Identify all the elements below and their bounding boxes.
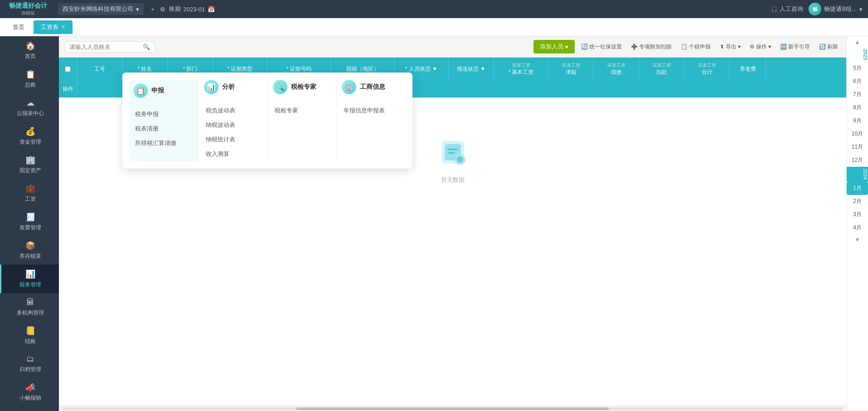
sidebar-item-expense-label: 小畅报销 <box>19 394 41 402</box>
sidebar-item-salary-label: 工资 <box>25 195 36 203</box>
sidebar-item-multi-org-label: 多机构管理 <box>17 309 44 317</box>
special-deduction-button[interactable]: ➕ 专项附加扣除 <box>628 41 674 53</box>
sidebar-item-inventory-label: 库存核算 <box>19 252 41 260</box>
analysis-title: 分析 <box>222 83 235 91</box>
sidebar-item-ledger[interactable]: 📋 总账 <box>0 65 59 93</box>
month-5[interactable]: 5月 <box>847 62 868 75</box>
tab-salary-label: 工资表 <box>41 23 58 31</box>
dropdown-item-tax-burden[interactable]: 税负波动表 <box>204 103 262 118</box>
month-7[interactable]: 7月 <box>847 88 868 101</box>
assets-icon: 🏢 <box>25 155 35 165</box>
right-panel-year-2023: 2023 <box>847 47 868 62</box>
operations-dropdown-icon: ▾ <box>768 44 771 50</box>
app-title: 畅捷通好会计 <box>9 2 47 10</box>
dropdown-item-tax-statistics[interactable]: 纳税统计表 <box>204 132 262 147</box>
app-subtitle: 旗舰版 <box>21 10 35 16</box>
refresh-button[interactable]: 🔃 刷新 <box>816 41 841 53</box>
month-1[interactable]: 1月 <box>847 182 868 195</box>
dropdown-item-tax-expert[interactable]: 税检专家 <box>273 103 330 118</box>
export-button[interactable]: ⬆ 导出 ▾ <box>717 41 743 53</box>
tab-home-label: 首页 <box>13 23 24 31</box>
sidebar-item-invoice-label: 发票管理 <box>19 224 41 232</box>
dropdown-header-declaration: 📋 申报 <box>133 83 194 102</box>
svg-rect-3 <box>448 152 455 154</box>
inventory-icon: 📦 <box>25 241 35 251</box>
dropdown-header-business: 🏢 工商信息 <box>342 80 400 98</box>
sidebar-item-assets[interactable]: 🏢 固定资产 <box>0 150 59 179</box>
search-icon[interactable]: 🔍 <box>143 44 150 50</box>
th-pension: 养老费 <box>730 58 766 81</box>
month-9[interactable]: 9月 <box>847 114 868 127</box>
sidebar-item-archive[interactable]: 🗂 归档管理 <box>0 350 59 378</box>
multi-org-icon: 🏛 <box>26 298 34 307</box>
sidebar-item-inventory[interactable]: 📦 库存核算 <box>0 236 59 265</box>
search-input[interactable] <box>69 44 140 50</box>
tab-salary[interactable]: 工资表 ✕ <box>34 20 73 34</box>
user-dropdown-icon: ▾ <box>859 6 863 13</box>
month-3[interactable]: 3月 <box>847 208 868 221</box>
dropdown-item-income-tax[interactable]: 所得税汇算清缴 <box>133 136 194 150</box>
scrollbar-track[interactable] <box>63 407 843 410</box>
sidebar-item-closing[interactable]: 📒 结账 <box>0 321 59 350</box>
sidebar-item-salary[interactable]: 💼 工资 <box>0 179 59 208</box>
dropdown-item-annual-report[interactable]: 年报信息申报表 <box>342 103 400 118</box>
tax-expert-icon: 🔍 <box>273 80 287 94</box>
expense-icon: 📣 <box>25 382 35 392</box>
export-icon: ⬆ <box>720 44 724 50</box>
social-security-label: 统一社保设置 <box>589 43 622 51</box>
sidebar-item-multi-org[interactable]: 🏛 多机构管理 <box>0 293 59 321</box>
right-panel-down[interactable]: ▼ <box>853 234 863 245</box>
tax-declaration-icon: 📋 <box>681 44 688 50</box>
guide-icon2: 🆕 <box>780 44 787 50</box>
tab-home[interactable]: 首页 <box>5 20 32 34</box>
th-checkbox[interactable] <box>59 58 77 81</box>
dropdown-item-tax-table[interactable]: 税表清册 <box>133 121 194 136</box>
refresh-icon: 🔃 <box>819 44 826 50</box>
sidebar-item-fund[interactable]: 💰 资金管理 <box>0 122 59 150</box>
month-11[interactable]: 11月 <box>847 140 868 154</box>
special-deduction-icon: ➕ <box>631 44 638 50</box>
guide-button[interactable]: 🆕 新手引导 <box>777 41 813 53</box>
sidebar-item-expense[interactable]: 📣 小畅报销 <box>0 378 59 406</box>
add-company-button[interactable]: + <box>151 6 155 13</box>
dropdown-item-income-estimate[interactable]: 收入测算 <box>204 147 262 161</box>
dropdown-item-tax-declaration[interactable]: 税务申报 <box>133 107 194 121</box>
operations-button[interactable]: ⚙ 操作 ▾ <box>747 41 774 53</box>
closing-icon: 📒 <box>25 326 35 336</box>
analysis-icon: 📊 <box>204 80 218 94</box>
social-security-button[interactable]: 🔄 统一社保设置 <box>578 41 625 53</box>
calendar-icon[interactable]: 📅 <box>208 6 215 13</box>
refresh-label: 刷新 <box>827 43 838 51</box>
month-2[interactable]: 2月 <box>847 195 868 208</box>
export-label: 导出 <box>726 43 737 51</box>
company-dropdown-icon: ▾ <box>136 6 139 13</box>
tax-declaration-button[interactable]: 📋 个税申报 <box>678 41 713 53</box>
month-8[interactable]: 8月 <box>847 101 868 114</box>
month-4[interactable]: 4月 <box>847 221 868 234</box>
month-6[interactable]: 6月 <box>847 75 868 88</box>
month-10[interactable]: 10月 <box>847 127 868 140</box>
tax-expert-title: 税检专家 <box>291 83 316 91</box>
sidebar-item-tax[interactable]: 📊 税务管理 <box>0 265 59 293</box>
dropdown-header-analysis: 📊 分析 <box>204 80 262 98</box>
sidebar-item-invoice[interactable]: 🧾 发票管理 <box>0 208 59 236</box>
username: 畅捷通B组... <box>824 5 857 13</box>
user-area[interactable]: 畅 畅捷通B组... ▾ <box>809 3 863 15</box>
sidebar-item-cloud[interactable]: ☁ 云报表中心 <box>0 93 59 122</box>
fund-icon: 💰 <box>25 126 35 136</box>
month-12[interactable]: 12月 <box>847 154 868 167</box>
company-name: 西安虾米网络科技有限公司 <box>63 5 133 13</box>
tab-salary-close[interactable]: ✕ <box>61 24 65 30</box>
dropdown-item-tax-fluctuation[interactable]: 纳税波动表 <box>204 118 262 132</box>
dropdown-col-analysis: 📊 分析 税负波动表 纳税波动表 纳税统计表 收入测算 <box>199 80 267 161</box>
select-all-checkbox[interactable] <box>65 66 71 72</box>
add-dropdown-chevron: ▾ <box>565 44 568 50</box>
settings-button[interactable]: ⚙ <box>160 6 165 13</box>
support-button[interactable]: 🎧 人工咨询 <box>771 5 803 13</box>
th-deduction: 应发工资 扣款 <box>639 58 684 81</box>
add-person-button[interactable]: 添加人员 ▾ <box>533 40 575 53</box>
right-panel-up[interactable]: ▲ <box>853 36 863 47</box>
sidebar-item-basic-settings[interactable]: ⚙ 基础设置 <box>0 406 59 411</box>
sidebar-item-home[interactable]: 🏠 首页 <box>0 36 59 65</box>
company-selector[interactable]: 西安虾米网络科技有限公司 ▾ <box>58 3 144 15</box>
